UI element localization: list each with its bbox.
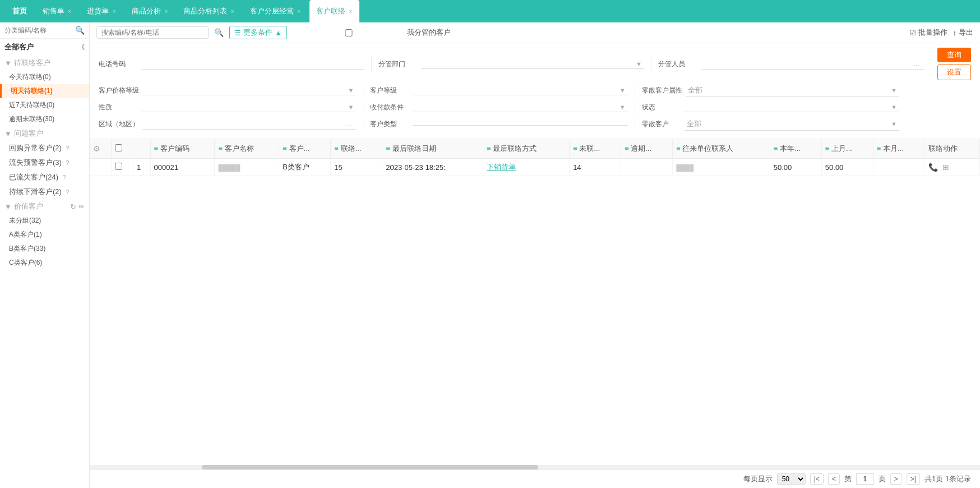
query-button[interactable]: 查询 [937, 48, 971, 62]
sort-icon-12: ≡ [877, 144, 881, 153]
sidebar-item-tomorrow-pending[interactable]: 明天待联络(1) [0, 84, 89, 98]
all-customers-section[interactable]: 全部客户 《 [0, 39, 89, 56]
next-page-button[interactable]: > [890, 473, 902, 485]
nav-item-customer-contact[interactable]: 客户联络 × [309, 0, 359, 22]
close-customer-contact-icon[interactable]: × [349, 8, 352, 15]
nature-select[interactable]: ▼ [141, 103, 356, 112]
sidebar-search-icon[interactable]: 🔍 [75, 26, 85, 35]
sidebar-item-class-a[interactable]: A类客户(1) [0, 228, 89, 242]
more-btn-1[interactable]: ... [912, 60, 922, 68]
sidebar-item-class-c[interactable]: C类客户(6) [0, 256, 89, 270]
price-level-select[interactable]: ▼ [142, 86, 356, 95]
row-checkbox[interactable] [115, 163, 122, 170]
col-type[interactable]: ≡ 客户... [279, 139, 331, 159]
nav-item-customer-segment[interactable]: 客户分层经营 × [243, 0, 307, 22]
grid-action-icon[interactable]: ⊞ [942, 163, 949, 172]
scrollbar-thumb[interactable] [202, 465, 538, 469]
nav-item-sales[interactable]: 销售单 × [36, 0, 78, 22]
retail-attr-select[interactable]: 全部 ▼ [686, 84, 899, 97]
main-layout: 🔍 全部客户 《 ▼ 待联络客户 今天待联络(0) 明天待联络(1) 近7天待联… [0, 22, 980, 488]
col-contact[interactable]: ≡ 联络... [331, 139, 382, 159]
region-select[interactable]: ... [142, 119, 356, 130]
first-page-button[interactable]: |< [810, 473, 824, 485]
col-this-month[interactable]: ≡ 本月... [873, 139, 924, 159]
top-navigation: 首页 销售单 × 进货单 × 商品分析 × 商品分析列表 × 客户分层经营 × … [0, 0, 980, 22]
nav-item-product-analysis[interactable]: 商品分析 × [125, 0, 174, 22]
sidebar-item-churn-warning[interactable]: 流失预警客户(3) ? [0, 155, 89, 170]
sidebar-item-repurchase-abnormal[interactable]: 回购异常客户(2) ? [0, 141, 89, 155]
sort-icon-7: ≡ [573, 144, 577, 153]
close-sales-icon[interactable]: × [68, 8, 71, 15]
my-customers-checkbox[interactable] [293, 29, 405, 36]
export-button[interactable]: ↑ 导出 [953, 27, 974, 38]
col-overdue[interactable]: ≡ 逾期... [621, 139, 673, 159]
sidebar-item-class-b[interactable]: B类客户(33) [0, 242, 89, 256]
filter-search-icon[interactable]: 🔍 [214, 28, 224, 37]
sidebar-search-input[interactable] [4, 26, 75, 34]
last-contact-link[interactable]: 下销货单 [487, 163, 516, 171]
phone-action-icon[interactable]: 📞 [928, 163, 938, 172]
prev-page-button[interactable]: < [828, 473, 840, 485]
sidebar-item-churned[interactable]: 已流失客户(24) ? [0, 170, 89, 185]
last-page-button[interactable]: >| [907, 473, 920, 485]
adv-field-retail-attr: 零散客户属性 全部 ▼ [642, 84, 899, 97]
sort-icon-4: ≡ [334, 144, 339, 153]
sidebar-item-overdue[interactable]: 逾期未联络(30) [0, 112, 89, 126]
chevron-down-icon-4: ▼ [891, 87, 897, 94]
status-select[interactable]: ▼ [685, 103, 899, 112]
col-last-contact-date[interactable]: ≡ 最后联络日期 [382, 139, 483, 159]
horizontal-scrollbar[interactable] [90, 465, 980, 469]
col-company-contact[interactable]: ≡ 往来单位联系人 [673, 139, 770, 159]
sidebar-item-today-pending[interactable]: 今天待联络(0) [0, 70, 89, 84]
col-uncontacted[interactable]: ≡ 未联... [570, 139, 621, 159]
nav-item-purchase[interactable]: 进货单 × [80, 0, 122, 22]
customer-level-select[interactable]: ▼ [413, 86, 627, 95]
action-icons-group: 📞 ⊞ [928, 163, 976, 172]
close-purchase-icon[interactable]: × [112, 8, 115, 15]
col-name[interactable]: ≡ 客户名称 [215, 139, 279, 159]
close-product-analysis-list-icon[interactable]: × [230, 8, 234, 15]
refresh-icon[interactable]: ↻ [70, 202, 76, 211]
more-conditions-button[interactable]: ☰ 更多条件 ▲ [229, 26, 287, 39]
all-customers-label: 全部客户 [4, 42, 34, 52]
select-all-checkbox[interactable] [115, 144, 122, 151]
close-product-analysis-icon[interactable]: × [164, 8, 168, 15]
nav-item-product-analysis-list[interactable]: 商品分析列表 × [177, 0, 241, 22]
col-this-year[interactable]: ≡ 本年... [770, 139, 821, 159]
col-code[interactable]: ≡ 客户编码 [150, 139, 215, 159]
sort-icon-6: ≡ [487, 144, 491, 153]
batch-operation-button[interactable]: ☑ 批量操作 [909, 27, 947, 38]
col-last-contact-method[interactable]: ≡ 最后联络方式 [483, 139, 570, 159]
more-btn-2[interactable]: ... [344, 120, 354, 128]
col-gear[interactable]: ⚙ [90, 139, 111, 159]
cell-last-month: 50.00 [821, 159, 873, 176]
per-page-select[interactable]: 50 100 200 [777, 473, 806, 485]
chevron-down-icon-3: ▼ [620, 87, 626, 94]
sort-icon-2: ≡ [218, 144, 223, 153]
gear-icon[interactable]: ⚙ [93, 144, 100, 153]
adv-filter-row-3: 性质 ▼ 收付款条件 ▼ 状态 [99, 100, 971, 114]
edit-icon[interactable]: ✏ [78, 202, 85, 211]
nav-item-home[interactable]: 首页 [6, 0, 34, 22]
phone-input[interactable] [141, 59, 364, 70]
col-checkbox[interactable] [111, 139, 133, 159]
reset-button[interactable]: 设置 [937, 65, 971, 80]
status-label: 状态 [642, 103, 681, 112]
sidebar-item-declining[interactable]: 持续下滑客户(2) ? [0, 185, 89, 199]
payment-select[interactable]: ▼ [413, 103, 627, 112]
close-customer-segment-icon[interactable]: × [297, 8, 301, 15]
retail-customer-select[interactable]: 全部 ▼ [685, 118, 899, 131]
customer-type-select[interactable] [413, 123, 627, 126]
dept-select[interactable]: ▼ [421, 59, 644, 69]
cell-last-contact-method[interactable]: 下销货单 [483, 159, 570, 176]
cell-checkbox[interactable] [111, 159, 133, 176]
total-label: 共1页 1条记录 [924, 474, 971, 484]
col-last-month[interactable]: ≡ 上月... [821, 139, 873, 159]
search-input[interactable] [96, 26, 209, 39]
sidebar-item-week-pending[interactable]: 近7天待联络(0) [0, 98, 89, 112]
sidebar-item-ungrouped[interactable]: 未分组(32) [0, 214, 89, 228]
my-customers-checkbox-label[interactable]: 我分管的客户 [293, 27, 451, 38]
sidebar-group-pending: ▼ 待联络客户 [0, 56, 89, 70]
page-number-input[interactable] [856, 473, 874, 485]
manager-select[interactable]: ... [701, 59, 924, 70]
